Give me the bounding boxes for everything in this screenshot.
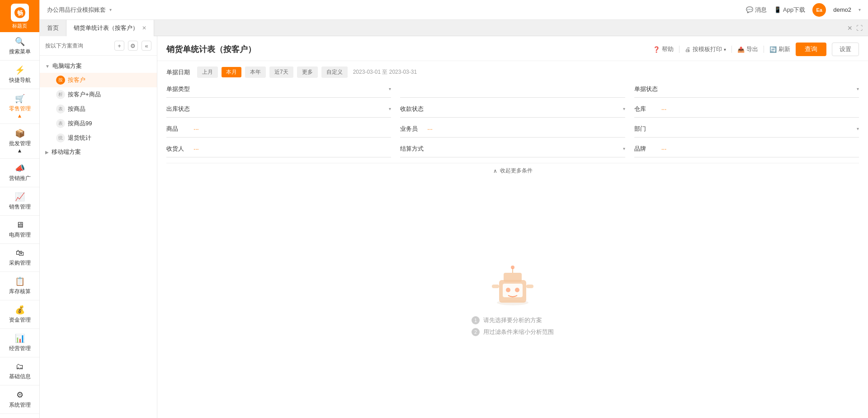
tab-bar: 首页 销货单统计表（按客户） ✕ ✕ ⛶ <box>40 20 868 36</box>
avatar[interactable]: Ea <box>812 3 826 17</box>
refresh-button[interactable]: 🔄 刷新 <box>769 45 790 53</box>
tip-num-1: 1 <box>472 316 480 324</box>
tree-group-pc-header[interactable]: ▼ 电脑端方案 <box>40 59 157 73</box>
filter-recipient: 收货人 ··· <box>166 143 391 157</box>
tree-item-goods-99[interactable]: 表 按商品99 <box>40 116 157 131</box>
sidebar-item-basic[interactable]: 🗂 基础信息 <box>0 357 39 385</box>
goods-value: ··· <box>193 125 391 133</box>
template-print-dropdown-icon[interactable]: ▾ <box>724 47 726 52</box>
sidebar-item-operations[interactable]: 📊 经营管理 <box>0 329 39 357</box>
svg-point-6 <box>515 288 519 292</box>
tab-sales-stats-close[interactable]: ✕ <box>142 25 146 31</box>
tip-num-2: 2 <box>472 328 480 336</box>
doc-type-value: ▾ <box>193 86 391 91</box>
returns-icon: 统 <box>56 133 65 142</box>
template-print-button[interactable]: 🖨 按模板打印 ▾ <box>685 45 726 53</box>
help-button[interactable]: ❓ 帮助 <box>653 45 674 53</box>
settlement-dropdown-icon[interactable]: ▾ <box>623 146 625 151</box>
tab-expand[interactable]: ✕ ⛶ <box>842 24 868 32</box>
date-this-year[interactable]: 本年 <box>245 66 266 78</box>
customer-goods-label: 按客户+商品 <box>68 90 101 99</box>
refresh-label: 刷新 <box>778 45 790 53</box>
sidebar-item-retail[interactable]: 🛒 零售管理 ▲ <box>0 89 39 124</box>
empty-tips: 1 请先选择要分析的方案 2 用过滤条件来缩小分析范围 <box>472 316 554 340</box>
date-this-month[interactable]: 本月 <box>222 67 241 77</box>
sidebar-item-marketing[interactable]: 📣 营销推广 <box>0 159 39 187</box>
date-more[interactable]: 更多 <box>297 66 318 78</box>
sidebar-item-enterprise[interactable]: 🤝 企业协同 <box>0 414 39 418</box>
sidebar-item-ecommerce[interactable]: 🖥 电商管理 <box>0 216 39 244</box>
operations-icon: 📊 <box>15 333 25 343</box>
tab-home[interactable]: 首页 <box>40 20 66 36</box>
sidebar-item-sales[interactable]: 📈 销售管理 <box>0 187 39 216</box>
divider3 <box>764 46 764 53</box>
date-last-month[interactable]: 上月 <box>197 66 218 78</box>
page-content: 按以下方案查询 + ⚙ « ▼ 电脑端方案 <box>40 36 868 418</box>
by-customer-icon: 按 <box>56 76 65 85</box>
tree-item-by-customer[interactable]: 按 按客户 <box>40 73 157 87</box>
export-button[interactable]: 📤 导出 <box>737 45 758 53</box>
recipient-dots[interactable]: ··· <box>193 145 199 152</box>
stock-out-dropdown-icon[interactable]: ▾ <box>389 106 391 111</box>
search-icon: 🔍 <box>15 37 25 47</box>
sidebar-item-wholesale[interactable]: 📦 批发管理 ▲ <box>0 124 39 159</box>
user-dropdown-icon[interactable]: ▾ <box>859 7 861 12</box>
tab-sales-stats[interactable]: 销货单统计表（按客户） ✕ <box>66 20 154 36</box>
app-download-button[interactable]: 📱 App下载 <box>774 6 805 14</box>
add-scheme-button[interactable]: + <box>114 41 124 51</box>
tab-fullscreen-icon: ⛶ <box>856 24 863 32</box>
department-dropdown-icon[interactable]: ▾ <box>857 126 859 131</box>
goods-dots[interactable]: ··· <box>193 125 199 133</box>
filter-empty-1 <box>400 83 625 98</box>
divider1 <box>679 46 679 53</box>
sidebar-quick-nav[interactable]: ⚡ 快捷导航 <box>0 61 39 89</box>
filter-settlement: 结算方式 ▾ <box>400 143 625 157</box>
add-icon: + <box>118 43 121 49</box>
doc-status-dropdown-icon[interactable]: ▾ <box>857 86 859 91</box>
tree-expand-icon: ▼ <box>45 64 50 69</box>
salesperson-dots[interactable]: ··· <box>427 125 433 133</box>
purchase-label: 采购管理 <box>9 259 31 267</box>
sidebar-item-purchase[interactable]: 🛍 采购管理 <box>0 244 39 272</box>
tree-item-by-goods[interactable]: 表 按商品 <box>40 102 157 116</box>
user-name[interactable]: demo2 <box>833 6 851 13</box>
date-custom[interactable]: 自定义 <box>321 66 348 78</box>
collapse-bar[interactable]: ∧ 收起更多条件 <box>166 163 859 178</box>
tip-1-text: 请先选择要分析的方案 <box>483 316 542 324</box>
sidebar-item-inventory[interactable]: 📋 库存核算 <box>0 272 39 300</box>
collapse-panel-button[interactable]: « <box>142 41 151 51</box>
sidebar-item-finance[interactable]: 💰 资金管理 <box>0 300 39 329</box>
sales-icon: 📈 <box>15 192 25 202</box>
warehouse-value: ··· <box>661 105 859 113</box>
sidebar-search[interactable]: 🔍 搜索菜单 <box>0 32 39 61</box>
settings-icon: ⚙ <box>130 43 136 49</box>
sidebar-item-system[interactable]: ⚙ 系统管理 <box>0 385 39 414</box>
divider2 <box>731 46 732 53</box>
settings-button[interactable]: 设置 <box>832 43 859 56</box>
tree-item-customer-goods[interactable]: 析 按客户+商品 <box>40 87 157 102</box>
settings-scheme-button[interactable]: ⚙ <box>128 41 138 51</box>
search-button[interactable]: 查询 <box>796 43 826 56</box>
system-icon: ⚙ <box>16 390 24 400</box>
message-button[interactable]: 💬 消息 <box>746 6 767 14</box>
department-label: 部门 <box>634 125 661 133</box>
date-filter-row: 单据日期 上月 本月 本年 近7天 更多 自定义 2023-03-01 至 20… <box>166 66 859 78</box>
logo-icon: 畅 <box>11 4 29 22</box>
payment-dropdown-icon[interactable]: ▾ <box>623 106 625 111</box>
scheme-tree: ▼ 电脑端方案 按 按客户 析 按客户+商品 表 按商品 <box>40 56 157 162</box>
collapse-label: 收起更多条件 <box>500 167 533 175</box>
by-goods-label: 按商品 <box>68 105 85 113</box>
empty-illustration <box>486 262 540 307</box>
svg-point-5 <box>506 288 510 292</box>
filter-stock-out: 出库状态 ▾ <box>166 103 391 118</box>
basic-icon: 🗂 <box>16 362 24 371</box>
finance-label: 资金管理 <box>9 316 31 324</box>
date-last-7[interactable]: 近7天 <box>269 66 293 78</box>
doc-type-dropdown-icon[interactable]: ▾ <box>389 86 391 91</box>
tree-item-returns[interactable]: 统 退货统计 <box>40 131 157 145</box>
app-title-dropdown-icon[interactable]: ▾ <box>109 7 112 12</box>
tree-group-mobile-header[interactable]: ▶ 移动端方案 <box>40 145 157 159</box>
ecommerce-icon: 🖥 <box>16 220 24 230</box>
brand-dots[interactable]: ··· <box>661 145 667 152</box>
warehouse-dots[interactable]: ··· <box>661 105 667 113</box>
